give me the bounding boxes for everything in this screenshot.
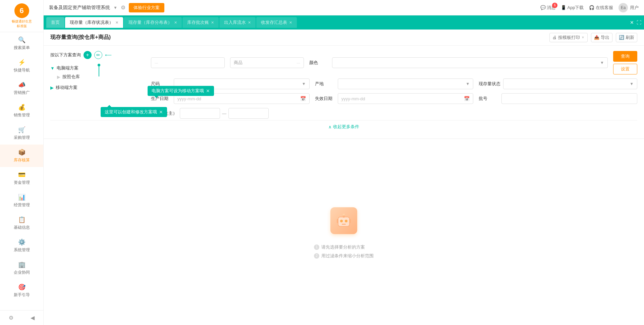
sidebar-bottom: ⚙ ◀ <box>0 310 43 325</box>
tab-inventory-status[interactable]: 现存量（库存状况表） ✕ <box>65 17 123 28</box>
online-service-link[interactable]: 🎧 在线客服 <box>589 5 613 11</box>
header-gear-icon[interactable]: ⚙ <box>121 4 125 11</box>
print-icon: 🖨 <box>552 35 557 40</box>
tab-inventory-dist[interactable]: 现存量（库存分布表） ✕ <box>124 17 182 28</box>
sidebar-item-guide[interactable]: 🎯 新手引导 <box>0 279 43 302</box>
empty-robot-icon <box>330 207 357 234</box>
filter-row-2: 尺码 ▼ 产地 ▼ <box>151 78 637 89</box>
top-header-left: 装备及固定资产辅助管理系统 ▼ ⚙ 体验行业方案 <box>49 3 164 12</box>
sidebar-item-marketing[interactable]: 📣 营销推广 <box>0 77 43 100</box>
tab-close-batch-account[interactable]: ✕ <box>211 20 214 25</box>
tab-close-in-out-flow[interactable]: ✕ <box>248 20 251 25</box>
top-header: 装备及固定资产辅助管理系统 ▼ ⚙ 体验行业方案 💬 6 消息 📱 App下载 … <box>44 0 644 15</box>
page-title: 现存量查询(按仓库+商品) <box>50 34 111 41</box>
stock-status-label: 现存量状态 <box>479 81 500 87</box>
field-goods[interactable]: 商品 ··· <box>230 57 304 68</box>
sidebar-item-system[interactable]: ⚙️ 系统管理 <box>0 234 43 257</box>
pc-scheme-name[interactable]: 电脑端方案 <box>57 65 78 71</box>
sidebar-item-quick-nav[interactable]: ⚡ 快捷导航 <box>0 55 43 77</box>
content-area: 现存量查询(按仓库+商品) 🖨 按模板打印 ▼ 📤 导出 🔄 刷新 <box>44 30 644 325</box>
empty-tip-1-text: 请先选择要分析的方案 <box>321 243 365 252</box>
sidebar-item-purchase[interactable]: 🛒 采购管理 <box>0 122 43 145</box>
sidebar-item-sales[interactable]: 💰 销售管理 <box>0 100 43 122</box>
collapse-label: 收起更多条件 <box>333 124 359 130</box>
collapse-up-icon: ∧ <box>328 124 332 129</box>
field-origin[interactable]: ▼ <box>338 78 474 89</box>
filter-label: 按以下方案查询 <box>50 52 81 58</box>
tab-summary[interactable]: 收发存汇总表 ✕ <box>256 17 297 28</box>
expire-date-calendar-icon[interactable]: 📅 <box>464 96 470 101</box>
tab-close-inventory-status[interactable]: ✕ <box>115 20 118 25</box>
goods-dots: ··· <box>297 60 300 65</box>
basic-icon: 📋 <box>18 216 25 223</box>
stock-qty-to[interactable] <box>228 108 269 119</box>
set-button[interactable]: 设置 <box>613 64 637 74</box>
print-button[interactable]: 🖨 按模板打印 ▼ <box>549 33 588 42</box>
stock-qty-from[interactable] <box>180 108 220 119</box>
mobile-scheme-name[interactable]: 移动端方案 <box>56 85 77 91</box>
tooltip-create-close[interactable]: ✕ <box>159 109 163 115</box>
size-chevron: ▼ <box>302 82 306 86</box>
app-download-link[interactable]: 📱 App下载 <box>561 5 584 11</box>
sidebar-item-operations[interactable]: 📊 经营管理 <box>0 189 43 212</box>
tab-close-inventory-dist[interactable]: ✕ <box>174 20 177 25</box>
tooltip-pc: 电脑方案可设为移动方案哦 ✕ <box>148 86 214 96</box>
main-area: 装备及固定资产辅助管理系统 ▼ ⚙ 体验行业方案 💬 6 消息 📱 App下载 … <box>44 0 644 325</box>
system-icon: ⚙️ <box>18 238 25 246</box>
search-buttons: 查询 设置 <box>613 51 637 74</box>
filter-row-3: 生产日期 yyyy-mm-dd 📅 失效日期 yyyy-mm-dd <box>151 93 637 104</box>
inventory-icon: 📦 <box>18 149 25 156</box>
trial-button[interactable]: 体验行业方案 <box>129 3 164 12</box>
sidebar-item-finance[interactable]: 💳 资金管理 <box>0 167 43 189</box>
refresh-button[interactable]: 🔄 刷新 <box>616 33 637 42</box>
tab-close-summary[interactable]: ✕ <box>289 20 292 25</box>
field-warehouse[interactable]: ··· <box>151 57 225 68</box>
message-notification[interactable]: 💬 6 消息 <box>540 5 556 11</box>
tab-fullscreen-icon[interactable]: ⛶ <box>637 20 641 25</box>
filter-add-button[interactable]: + <box>84 51 92 59</box>
finance-icon: 💳 <box>18 171 25 178</box>
collapse-bottom-btn[interactable]: ◀ <box>31 315 35 321</box>
sidebar-item-inventory[interactable]: 📦 库存核算 <box>0 145 43 167</box>
sidebar-item-enterprise[interactable]: 🏢 企业协同 <box>0 257 43 279</box>
produce-date-calendar-icon[interactable]: 📅 <box>300 96 306 101</box>
tab-close-all-icon[interactable]: ✕ <box>630 20 634 25</box>
guide-icon: 🎯 <box>18 283 25 291</box>
export-button[interactable]: 📤 导出 <box>591 33 612 42</box>
filter-edit-button[interactable]: ✏ <box>94 51 102 59</box>
warehouse-scheme-icon: ▶ <box>57 74 60 79</box>
sidebar-item-basic[interactable]: 📋 基础信息 <box>0 212 43 234</box>
field-color[interactable]: ▼ <box>332 57 608 68</box>
tooltip-pc-close[interactable]: ✕ <box>206 88 210 94</box>
sidebar-item-search[interactable]: 🔍 搜索菜单 <box>0 32 43 55</box>
collapse-bar[interactable]: ∧ 收起更多条件 <box>50 120 637 133</box>
tab-in-out-flow[interactable]: 出入库流水 ✕ <box>219 17 256 28</box>
tab-home[interactable]: 首页 <box>46 17 64 28</box>
filter-arrow-icon[interactable]: ⟵ <box>105 52 112 58</box>
scheme-dot-indicator <box>98 64 100 66</box>
system-dropdown-icon[interactable]: ▼ <box>113 5 117 10</box>
sidebar-logo: 6 畅捷通好生意 标准版 <box>0 0 43 32</box>
mobile-scheme-toggle[interactable]: ▶ <box>50 85 54 90</box>
scheme-row-mobile: ▶ 移动端方案 <box>50 83 144 92</box>
filter-row-1: ··· 商品 ··· 颜色 ▼ <box>151 51 637 74</box>
export-icon: 📤 <box>594 35 599 40</box>
purchase-icon: 🛒 <box>18 126 25 133</box>
origin-label: 产地 <box>315 81 335 87</box>
query-button[interactable]: 查询 <box>613 51 637 62</box>
warehouse-scheme-name[interactable]: 按照仓库 <box>62 74 80 80</box>
phone-icon: 📱 <box>561 5 566 10</box>
empty-icon <box>327 204 361 237</box>
tab-batch-account[interactable]: 库存批次账 ✕ <box>182 17 219 28</box>
tip-num-2: 2 <box>314 253 319 259</box>
field-batch[interactable] <box>501 93 637 104</box>
field-stock-status[interactable]: ▼ <box>503 78 637 89</box>
field-expire-date[interactable]: yyyy-mm-dd 📅 <box>338 93 474 104</box>
produce-date-label: 生产日期 <box>151 96 171 102</box>
page-content: 现存量查询(按仓库+商品) 🖨 按模板打印 ▼ 📤 导出 🔄 刷新 <box>44 30 644 325</box>
settings-bottom-btn[interactable]: ⚙ <box>9 315 13 321</box>
user-profile[interactable]: Ea 用户 <box>619 3 639 12</box>
enterprise-icon: 🏢 <box>18 261 25 268</box>
system-name: 装备及固定资产辅助管理系统 <box>49 5 110 11</box>
pc-scheme-toggle[interactable]: ▼ <box>50 66 55 71</box>
